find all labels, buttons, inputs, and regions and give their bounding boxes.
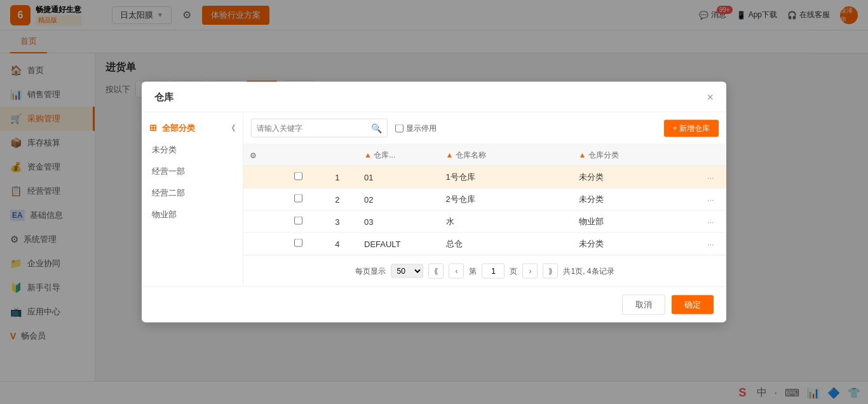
modal-title: 仓库: [154, 91, 173, 104]
row-num-3: 3: [317, 210, 358, 232]
row-gear-3: [243, 210, 280, 232]
pagination-total: 共1页, 4条记录: [563, 266, 614, 276]
sort-icon-code: ▲: [364, 151, 372, 159]
row-gear-4: [243, 232, 280, 255]
row-num-1: 1: [317, 166, 358, 188]
category-item-0[interactable]: 未分类: [142, 139, 243, 161]
col-header-gear: ⚙: [243, 145, 280, 166]
row-check-2[interactable]: [280, 188, 317, 210]
search-box: 🔍: [251, 119, 388, 138]
table-header-row: ⚙ ▲ 仓库... ▲ 仓库名称: [243, 145, 726, 166]
sort-icon-cat: ▲: [579, 151, 587, 159]
row-num-4: 4: [317, 232, 358, 255]
row-action-1[interactable]: ···: [695, 166, 726, 188]
row-cat-3: 物业部: [573, 210, 695, 232]
row-name-4: 总仓: [440, 232, 573, 255]
page-size-select[interactable]: 50 100 200: [391, 264, 423, 278]
close-icon[interactable]: ×: [707, 91, 714, 104]
table-head: ⚙ ▲ 仓库... ▲ 仓库名称: [243, 145, 726, 166]
page-first-button[interactable]: ⟪: [428, 264, 444, 279]
warehouse-table: ⚙ ▲ 仓库... ▲ 仓库名称: [243, 145, 726, 255]
show-disabled-checkbox[interactable]: [395, 124, 403, 132]
page-prev-button[interactable]: ‹: [449, 264, 464, 279]
row-check-3[interactable]: [280, 210, 317, 232]
table-panel: 🔍 显示停用 + 新增仓库 ⚙: [243, 112, 726, 286]
row-action-4[interactable]: ···: [695, 232, 726, 255]
modal-body: ⊞ 全部分类 《 未分类 经营一部 经营二部 物业部 🔍 显示停用: [142, 112, 726, 286]
warehouse-modal: 仓库 × ⊞ 全部分类 《 未分类 经营一部 经营二部 物业部 🔍: [142, 82, 726, 323]
page-last-button[interactable]: ⟫: [543, 264, 558, 279]
page-next-button[interactable]: ›: [522, 264, 538, 279]
search-icon[interactable]: 🔍: [366, 123, 387, 133]
table-row[interactable]: 3 03 水 物业部 ···: [243, 210, 726, 232]
row-cat-2: 未分类: [573, 188, 695, 210]
row-code-4: DEFAULT: [358, 232, 440, 255]
row-name-2: 2号仓库: [440, 188, 573, 210]
show-disabled-label: 显示停用: [395, 123, 437, 133]
row-code-3: 03: [358, 210, 440, 232]
col-header-name: ▲ 仓库名称: [440, 145, 573, 166]
row-gear-2: [243, 188, 280, 210]
col-header-category: ▲ 仓库分类: [573, 145, 695, 166]
category-header[interactable]: ⊞ 全部分类 《: [142, 118, 243, 139]
search-input[interactable]: [252, 124, 366, 133]
col-header-code: ▲ 仓库...: [358, 145, 440, 166]
category-item-3[interactable]: 物业部: [142, 204, 243, 226]
row-num-2: 2: [317, 188, 358, 210]
row-action-2[interactable]: ···: [695, 188, 726, 210]
table-toolbar: 🔍 显示停用 + 新增仓库: [243, 112, 726, 145]
cancel-button[interactable]: 取消: [622, 295, 665, 315]
row-code-1: 01: [358, 166, 440, 188]
row-code-2: 02: [358, 188, 440, 210]
col-header-action: [695, 145, 726, 166]
gear-icon: ⚙: [250, 151, 257, 159]
modal-header: 仓库 ×: [142, 82, 726, 112]
sort-icon-name: ▲: [446, 151, 454, 159]
pagination: 每页显示 50 100 200 ⟪ ‹ 第 页 › ⟫ 共1页, 4条记录: [243, 255, 726, 286]
col-header-check: [280, 145, 317, 166]
category-toggle-icon[interactable]: 《: [227, 123, 235, 133]
table-row[interactable]: 1 01 1号仓库 未分类 ···: [243, 166, 726, 188]
category-item-1[interactable]: 经营一部: [142, 161, 243, 182]
category-panel: ⊞ 全部分类 《 未分类 经营一部 经营二部 物业部: [142, 112, 243, 286]
grid-icon: ⊞: [149, 123, 157, 133]
row-name-1: 1号仓库: [440, 166, 573, 188]
add-warehouse-button[interactable]: + 新增仓库: [664, 119, 719, 137]
row-gear-1: [243, 166, 280, 188]
row-name-3: 水: [440, 210, 573, 232]
row-action-3[interactable]: ···: [695, 210, 726, 232]
row-check-1[interactable]: [280, 166, 317, 188]
category-item-2[interactable]: 经营二部: [142, 182, 243, 204]
page-number-input[interactable]: [482, 264, 505, 279]
table-container: ⚙ ▲ 仓库... ▲ 仓库名称: [243, 145, 726, 255]
row-check-4[interactable]: [280, 232, 317, 255]
table-body: 1 01 1号仓库 未分类 ··· 2 02 2号仓库: [243, 166, 726, 255]
row-cat-1: 未分类: [573, 166, 695, 188]
confirm-button[interactable]: 确定: [672, 295, 714, 314]
table-row[interactable]: 2 02 2号仓库 未分类 ···: [243, 188, 726, 210]
modal-footer: 取消 确定: [142, 286, 726, 323]
row-cat-4: 未分类: [573, 232, 695, 255]
col-header-num: [317, 145, 358, 166]
table-row[interactable]: 4 DEFAULT 总仓 未分类 ···: [243, 232, 726, 255]
